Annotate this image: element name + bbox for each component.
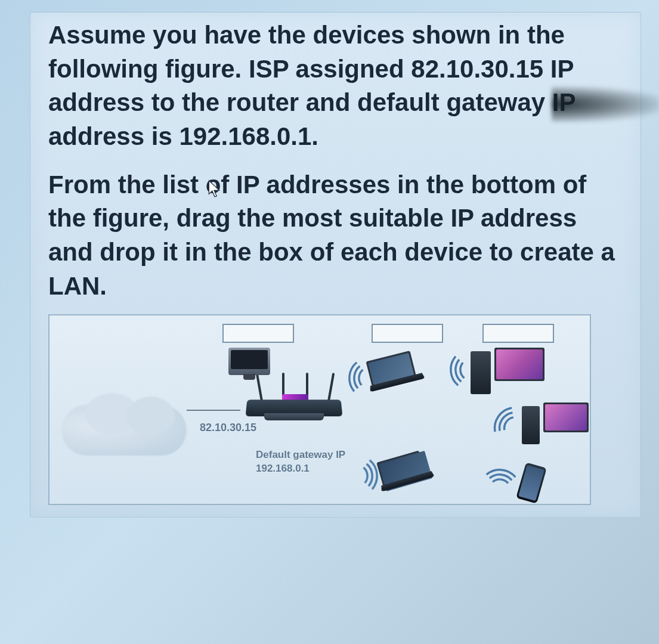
isp-assigned-ip-label: 82.10.30.15	[200, 422, 256, 434]
mouse-cursor-icon	[208, 180, 222, 198]
wireless-signal-icon	[487, 404, 519, 435]
router-icon	[246, 375, 342, 417]
pc-tower-icon-1	[471, 351, 491, 394]
drop-target-device-2[interactable]	[372, 324, 443, 343]
pc-monitor-icon-1	[494, 348, 544, 381]
isp-router-link-line	[187, 410, 240, 411]
laptop-icon-2	[376, 448, 435, 494]
isp-cloud-icon	[61, 405, 187, 456]
question-paragraph-2: From the list of IP addresses in the bot…	[48, 168, 623, 304]
smartphone-icon	[516, 462, 547, 504]
default-gateway-text-label: Default gateway IP	[256, 449, 345, 461]
desktop-monitor-stand-icon	[243, 374, 255, 380]
default-gateway-ip-label: 192.168.0.1	[256, 463, 310, 475]
visual-smudge-artifact	[552, 86, 659, 122]
pc-tower-icon-2	[522, 406, 540, 444]
question-paragraph-1: Assume you have the devices shown in the…	[48, 18, 623, 154]
drop-target-device-1[interactable]	[222, 324, 294, 343]
pc-monitor-icon-2	[543, 402, 589, 432]
question-card: Assume you have the devices shown in the…	[30, 12, 641, 518]
network-diagram: 82.10.30.15 Default gateway IP 192.168.0…	[48, 314, 591, 505]
wireless-signal-icon	[482, 456, 521, 495]
drop-target-device-3[interactable]	[482, 324, 554, 343]
desktop-monitor-icon	[228, 348, 270, 375]
laptop-icon-1	[366, 349, 425, 394]
